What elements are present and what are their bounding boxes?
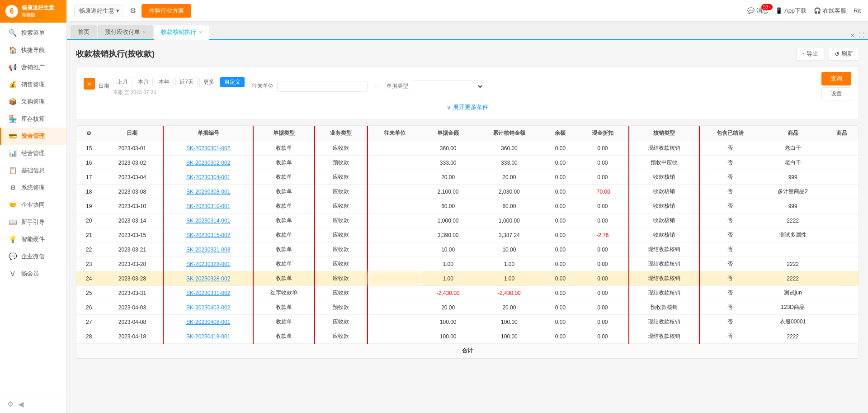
cell-bill-no[interactable]: SK-20230331-002 [163, 286, 253, 300]
search-btn[interactable]: 查询 [821, 72, 851, 85]
cell-idx: 17 [76, 170, 101, 185]
settings-icon[interactable]: ⚙ [7, 400, 14, 408]
table-row: 192023-03-10SK-20230310-001收款单应收款██████6… [76, 199, 859, 214]
sidebar-item-system[interactable]: ⚙系统管理 [0, 179, 66, 196]
tab-collection[interactable]: 收款核销执行 × [154, 25, 209, 40]
cell-date: 2023-03-28 [101, 257, 163, 271]
cell-balance: 0.00 [544, 329, 577, 344]
last-7days-btn[interactable]: 近7天 [175, 77, 198, 87]
this-year-btn[interactable]: 本年 [155, 77, 174, 87]
expand-btn[interactable]: ∨ 展开更多条件 [447, 103, 488, 111]
export-btn[interactable]: ↑ 导出 [796, 47, 825, 61]
filter-divider: ··· [375, 83, 380, 90]
sidebar-item-marketing[interactable]: 📢营销推广 [0, 59, 66, 76]
this-month-btn[interactable]: 本月 [134, 77, 153, 87]
table-row: 252023-03-31SK-20230331-002红字收款单应收款█████… [76, 286, 859, 300]
cell-bill-type: 收款单 [253, 170, 315, 185]
cell-bill-no[interactable]: SK-20230310-001 [163, 199, 253, 214]
cell-cash-discount: 0.00 [577, 170, 629, 185]
sidebar-item-label-operation: 经营管理 [21, 149, 45, 157]
cell-goods-img [826, 300, 859, 315]
user-menu[interactable]: Rit [854, 7, 861, 14]
sidebar-item-operation[interactable]: 📊经营管理 [0, 145, 66, 162]
topbar-dropdown[interactable]: 畅康道好生意 ▾ [74, 5, 124, 17]
cell-write-off: -2,430.00 [475, 286, 544, 300]
cell-bill-no[interactable]: SK-20230328-002 [163, 271, 253, 286]
cell-balance: 0.00 [544, 286, 577, 300]
cell-bill-no[interactable]: SK-20230301-002 [163, 141, 253, 156]
tab-home[interactable]: 首页 [71, 25, 97, 39]
custom-date-btn[interactable]: 自定义 [220, 77, 245, 87]
gear-icon[interactable]: ⚙ [130, 6, 136, 15]
filter-settings-btn[interactable]: 设置 [821, 87, 851, 100]
cell-bill-no[interactable]: SK-20230315-002 [163, 228, 253, 242]
sidebar-item-guide[interactable]: 📖新手引导 [0, 214, 66, 231]
main-panel: 畅康道好生意 ▾ ⚙ 体验行业方案 💬 消息 99+ 📱 App下载 🎧 在线客… [67, 0, 868, 413]
partner-input[interactable] [277, 81, 368, 92]
sidebar-item-fund[interactable]: 💳资金管理 [0, 128, 66, 145]
filter-toggle-btn[interactable]: » [84, 78, 95, 90]
cell-bill-type: 收款单 [253, 185, 315, 199]
collapse-icon[interactable]: ◀ [18, 400, 24, 408]
cell-amount: 60.00 [421, 199, 475, 214]
topbar-left: 畅康道好生意 ▾ ⚙ 体验行业方案 [74, 4, 742, 18]
cell-biz-type: 应收款 [315, 329, 367, 344]
cell-write-off-type: 收款核销 [629, 214, 699, 228]
online-service-btn[interactable]: 🎧 在线客服 [814, 7, 846, 15]
refresh-btn[interactable]: ↺ 刷新 [829, 47, 859, 61]
cell-bill-no[interactable]: SK-20230304-001 [163, 170, 253, 185]
tab-advance[interactable]: 预付应收付单 × [98, 25, 153, 39]
maximize-icon[interactable]: ⛶ [859, 32, 864, 39]
sidebar-item-search[interactable]: 🔍搜索菜单 [0, 24, 66, 42]
cell-bill-no[interactable]: SK-20230328-001 [163, 257, 253, 271]
cell-balance: 0.00 [544, 271, 577, 286]
cell-include-settled: 否 [699, 329, 760, 344]
member-icon: V [9, 270, 17, 277]
table-row: 172023-03-04SK-20230304-001收款单应收款██████2… [76, 170, 859, 185]
cell-write-off: 2,030.00 [475, 185, 544, 199]
more-date-btn[interactable]: 更多 [199, 77, 218, 87]
cell-goods-img [826, 315, 859, 329]
cell-write-off-type: 现结收款核销 [629, 271, 699, 286]
message-btn[interactable]: 💬 消息 99+ [747, 7, 768, 15]
bill-type-select[interactable] [412, 81, 484, 92]
last-month-btn[interactable]: 上月 [113, 77, 132, 87]
cell-bill-no[interactable]: SK-20230308-001 [163, 185, 253, 199]
export-label: 导出 [807, 50, 818, 58]
close-all-icon[interactable]: ✕ [850, 32, 855, 39]
sidebar-item-label-inventory: 库存核算 [21, 115, 45, 123]
cell-idx: 24 [76, 271, 101, 286]
sidebar-item-hardware[interactable]: 💡智能硬件 [0, 231, 66, 248]
fund-icon: 💳 [9, 132, 17, 140]
tabbar-actions: ✕ ⛶ [846, 32, 868, 39]
sidebar-item-inventory[interactable]: 🏪库存核算 [0, 110, 66, 128]
cell-bill-no[interactable]: SK-20230403-002 [163, 300, 253, 315]
tab-advance-close[interactable]: × [143, 29, 146, 35]
cell-bill-no[interactable]: SK-20230418-001 [163, 329, 253, 344]
cell-write-off-type: 收款核销 [629, 199, 699, 214]
industry-btn[interactable]: 体验行业方案 [142, 4, 191, 18]
sidebar-item-wechat[interactable]: 💬企业微信 [0, 248, 66, 265]
sidebar-item-quick[interactable]: 🏠快捷导航 [0, 42, 66, 59]
cell-write-off: 20.00 [475, 170, 544, 185]
sidebar-item-corp[interactable]: 🤝企业协同 [0, 196, 66, 214]
refresh-icon: ↺ [835, 51, 840, 57]
cell-include-settled: 否 [699, 271, 760, 286]
cell-bill-no[interactable]: SK-20230321-003 [163, 242, 253, 257]
cell-balance: 0.00 [544, 185, 577, 199]
cell-bill-no[interactable]: SK-20230302-002 [163, 156, 253, 170]
cell-date: 2023-03-08 [101, 185, 163, 199]
cell-bill-no[interactable]: SK-20230314-001 [163, 214, 253, 228]
app-download-btn[interactable]: 📱 App下载 [775, 7, 807, 15]
cell-goods: 老白干 [760, 141, 826, 156]
sidebar-item-purchase[interactable]: 📦采购管理 [0, 93, 66, 110]
date-label: 日期 [99, 82, 109, 90]
cell-bill-type: 红字收款单 [253, 286, 315, 300]
sidebar-item-member[interactable]: V畅会员 [0, 265, 66, 282]
tab-collection-close[interactable]: × [199, 29, 202, 35]
wechat-icon: 💬 [9, 252, 17, 261]
sidebar-item-sales[interactable]: 💰销售管理 [0, 76, 66, 93]
sidebar-item-basic[interactable]: 📋基础信息 [0, 162, 66, 179]
cell-bill-no[interactable]: SK-20230408-001 [163, 315, 253, 329]
sidebar-item-label-member: 畅会员 [21, 270, 39, 278]
